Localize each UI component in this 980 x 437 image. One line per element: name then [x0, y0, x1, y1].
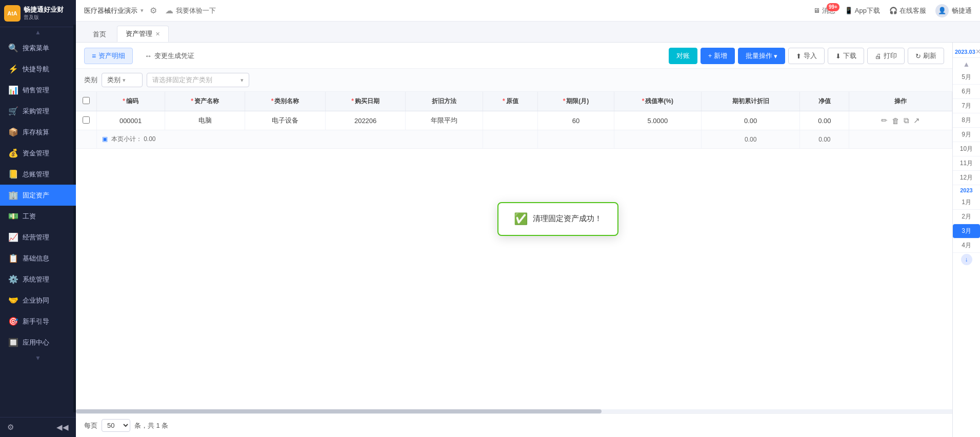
reconcile-button[interactable]: 对账: [669, 48, 697, 64]
sidebar-item-sales[interactable]: 📊 销售管理: [0, 80, 76, 101]
cell-depreciation-method: 年限平均: [406, 111, 483, 130]
system-icon: ⚙️: [8, 274, 17, 284]
sidebar-item-search[interactable]: 🔍 搜索菜单: [0, 37, 76, 58]
scrollbar-thumb[interactable]: [76, 409, 602, 413]
timeline-month-2[interactable]: 2月: [953, 210, 980, 224]
sidebar-item-enterprise[interactable]: 🤝 企业协同: [0, 290, 76, 311]
settings-icon[interactable]: ⚙: [7, 423, 14, 432]
sidebar-item-purchase[interactable]: 🛒 采购管理: [0, 101, 76, 122]
tab-asset-management[interactable]: 资产管理 ✕: [117, 26, 169, 42]
timeline-month-8[interactable]: 8月: [953, 113, 980, 128]
sidebar-item-quick-nav[interactable]: ⚡ 快捷导航: [0, 58, 76, 80]
sidebar-item-app-center[interactable]: 🔲 应用中心: [0, 332, 76, 353]
delete-icon[interactable]: 🗑: [892, 116, 899, 125]
per-page-select[interactable]: 50 100 200: [102, 419, 130, 432]
download-button[interactable]: ⬇ 下载: [828, 48, 864, 64]
experience-button[interactable]: ☁ 我要体验一下: [165, 6, 216, 15]
list-icon: ≡: [92, 52, 96, 60]
collapse-icon[interactable]: ◀◀: [56, 423, 69, 432]
copy-icon[interactable]: ⧉: [904, 116, 909, 125]
timeline-month-3-current[interactable]: 3月: [953, 224, 980, 239]
more-icon[interactable]: ↗: [913, 116, 920, 125]
sidebar-bottom: ⚙ ◀◀: [0, 417, 76, 437]
select-all-checkbox[interactable]: [83, 97, 90, 104]
navtabs: 首页 资产管理 ✕: [76, 22, 980, 43]
operations-icon: 📈: [8, 232, 17, 242]
refresh-icon: ↻: [915, 52, 921, 60]
tab-home[interactable]: 首页: [84, 26, 115, 42]
col-period: *期限(月): [538, 92, 614, 111]
category-label: 类别: [84, 75, 97, 85]
tab-close-icon[interactable]: ✕: [155, 31, 160, 37]
row-checkbox-cell: [76, 111, 96, 130]
panel-year: 2023.03: [955, 49, 975, 55]
panel-close-icon[interactable]: ✕: [975, 48, 980, 55]
timeline-up-arrow[interactable]: ▲: [961, 58, 972, 70]
app-logo-icon: AtA: [4, 5, 21, 22]
sidebar-scroll-down[interactable]: ▼: [35, 354, 41, 362]
new-button[interactable]: + 新增: [701, 48, 735, 64]
ledger-icon: 📒: [8, 169, 17, 179]
timeline-month-5[interactable]: 5月: [953, 70, 980, 85]
sidebar-item-payroll[interactable]: 💵 工资: [0, 206, 76, 227]
print-button[interactable]: 🖨 打印: [867, 48, 905, 64]
timeline-month-12[interactable]: 12月: [953, 171, 980, 185]
timeline-year-2023: 2023: [959, 185, 973, 195]
right-panel-header: 2023.03 ✕ ⤢: [953, 45, 980, 58]
success-check-icon: ✅: [514, 212, 528, 226]
table-wrap: *编码 *资产名称 *类别名称 *购买日期 折旧方法 *原值 *期限(月) *残…: [76, 92, 952, 409]
col-original-value: *原值: [483, 92, 538, 111]
asset-table: *编码 *资产名称 *类别名称 *购买日期 折旧方法 *原值 *期限(月) *残…: [76, 92, 952, 149]
print-icon: 🖨: [875, 52, 882, 60]
category-value-select[interactable]: 请选择固定资产类别 ▾: [147, 73, 249, 87]
per-page-label: 每页: [84, 421, 97, 430]
sidebar-item-ledger[interactable]: 📒 总账管理: [0, 164, 76, 185]
timeline-month-4[interactable]: 4月: [953, 239, 980, 253]
col-net-value: 净值: [800, 92, 849, 111]
horizontal-scrollbar[interactable]: [76, 409, 952, 413]
refresh-button[interactable]: ↻ 刷新: [908, 48, 944, 64]
sidebar-item-system[interactable]: ⚙️ 系统管理: [0, 269, 76, 290]
col-depreciation: 折旧方法: [406, 92, 483, 111]
timeline-month-11[interactable]: 11月: [953, 156, 980, 171]
sidebar-item-inventory[interactable]: 📦 库存核算: [0, 122, 76, 143]
col-name: *资产名称: [165, 92, 245, 111]
col-residual-rate: *残值率(%): [614, 92, 701, 111]
category-type-select[interactable]: 类别 ▾: [102, 73, 143, 87]
app-logo-text: 畅捷通好业财 普及版: [24, 6, 64, 21]
cell-period: 60: [538, 111, 614, 130]
timeline-month-7[interactable]: 7月: [953, 99, 980, 113]
app-download-button[interactable]: 📱 App下载: [845, 6, 880, 15]
subtab-change-voucher[interactable]: ↔ 变更生成凭证: [137, 48, 202, 64]
pagination: 每页 50 100 200 条，共 1 条: [76, 413, 952, 437]
sidebar-scroll-up[interactable]: ▲: [35, 29, 41, 36]
import-button[interactable]: ⬆ 导入: [788, 48, 825, 64]
timeline-month-6[interactable]: 6月: [953, 85, 980, 99]
timeline-down-circle[interactable]: ↓: [961, 254, 972, 265]
timeline-month-9[interactable]: 9月: [953, 128, 980, 142]
edit-icon[interactable]: ✏: [881, 116, 888, 125]
row-checkbox[interactable]: [83, 116, 90, 124]
table-row: 000001 电脑 电子设备 202206 年限平均 60 5.0000 0.0…: [76, 111, 952, 130]
sidebar-item-basic-info[interactable]: 📋 基础信息: [0, 248, 76, 269]
fixed-assets-icon: 🏢: [8, 190, 17, 200]
subtotal-icon: ▣: [102, 135, 108, 143]
message-button[interactable]: 🖥 消息 99+: [813, 6, 835, 15]
company-settings-icon[interactable]: ⚙: [150, 6, 157, 15]
subtab-asset-detail[interactable]: ≡ 资产明细: [84, 48, 133, 64]
quick-nav-icon: ⚡: [8, 64, 17, 74]
sidebar-item-fixed-assets[interactable]: 🏢 固定资产: [0, 185, 76, 206]
timeline-month-1[interactable]: 1月: [953, 195, 980, 210]
user-menu[interactable]: 👤 畅捷通: [935, 4, 972, 17]
search-icon: 🔍: [8, 43, 17, 53]
sidebar-item-guide[interactable]: 🎯 新手引导: [0, 311, 76, 332]
batch-button[interactable]: 批量操作 ▾: [738, 48, 785, 64]
online-service-button[interactable]: 🎧 在线客服: [889, 6, 926, 15]
company-selector[interactable]: 医疗器械行业演示 ▾: [84, 6, 144, 15]
subtotal-row: ▣ 本页小计： 0.00 0.00 0.00: [76, 130, 952, 149]
sidebar-item-funds[interactable]: 💰 资金管理: [0, 143, 76, 164]
col-checkbox: [76, 92, 96, 111]
company-name: 医疗器械行业演示: [84, 6, 137, 15]
sidebar-item-operations[interactable]: 📈 经营管理: [0, 227, 76, 248]
timeline-month-10[interactable]: 10月: [953, 142, 980, 156]
